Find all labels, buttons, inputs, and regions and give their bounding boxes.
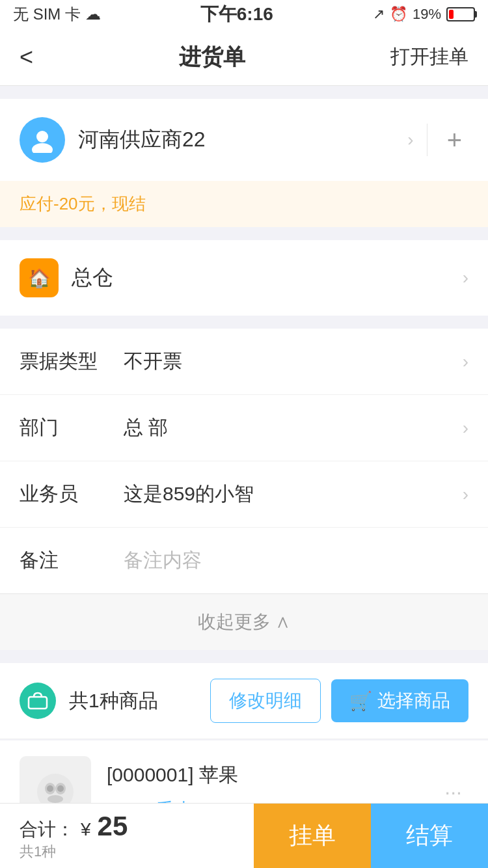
svg-point-1 — [32, 143, 53, 153]
invoice-type-row[interactable]: 票据类型 不开票 › — [0, 329, 488, 395]
supplier-section: 河南供应商22 › + 应付-20元，现结 — [0, 99, 488, 227]
department-value: 总 部 — [124, 414, 456, 441]
notice-bar: 应付-20元，现结 — [0, 181, 488, 227]
location-icon: ↗ — [373, 6, 385, 23]
svg-point-7 — [57, 785, 64, 792]
product-name: [0000001] 苹果 — [107, 762, 438, 789]
status-time: 下午6:16 — [200, 2, 273, 27]
select-product-icon: 🛒 — [349, 690, 372, 712]
product-header: 共1种商品 修改明细 🛒 选择商品 — [0, 663, 488, 739]
warehouse-chevron-icon: › — [463, 267, 468, 288]
battery-percent: 19% — [413, 6, 441, 23]
total-text: 合计： — [20, 817, 74, 842]
salesperson-row[interactable]: 业务员 这是859的小智 › — [0, 461, 488, 528]
salesperson-value: 这是859的小智 — [124, 481, 456, 508]
warehouse-section[interactable]: 🏠 总仓 › — [0, 240, 488, 316]
supplier-avatar — [20, 117, 65, 163]
supplier-chevron-icon: › — [407, 129, 413, 150]
nav-bar: < 进货单 打开挂单 — [0, 29, 488, 86]
department-label: 部门 — [20, 414, 111, 441]
total-symbol: ¥ — [81, 819, 91, 840]
battery-icon — [446, 7, 475, 21]
department-row[interactable]: 部门 总 部 › — [0, 395, 488, 461]
form-section: 票据类型 不开票 › 部门 总 部 › 业务员 这是859的小智 › 备注 备注… — [0, 329, 488, 593]
select-product-button[interactable]: 🛒 选择商品 — [331, 679, 468, 722]
svg-rect-2 — [29, 697, 47, 709]
remark-value[interactable]: 备注内容 — [124, 547, 468, 574]
hang-button[interactable]: 挂单 — [254, 804, 371, 869]
remark-label: 备注 — [20, 547, 111, 574]
invoice-type-label: 票据类型 — [20, 348, 111, 375]
warehouse-row[interactable]: 🏠 总仓 › — [0, 240, 488, 316]
alarm-icon: ⏰ — [390, 6, 407, 23]
warehouse-icon: 🏠 — [20, 258, 59, 297]
status-right: ↗ ⏰ 19% — [373, 6, 475, 23]
sim-status: 无 SIM 卡 ☁ — [13, 4, 101, 25]
warehouse-name: 总仓 — [72, 264, 463, 292]
edit-detail-button[interactable]: 修改明细 — [210, 679, 321, 723]
status-left: 无 SIM 卡 ☁ — [13, 4, 101, 25]
supplier-name: 河南供应商22 — [78, 126, 401, 154]
select-product-label: 选择商品 — [377, 688, 450, 713]
back-button[interactable]: < — [20, 44, 33, 71]
supplier-divider — [427, 124, 427, 156]
svg-point-6 — [47, 785, 53, 792]
salesperson-chevron-icon: › — [463, 484, 468, 505]
total-section: 合计： ¥ 25 共1种 — [0, 811, 254, 861]
department-chevron-icon: › — [463, 418, 468, 439]
page-title: 进货单 — [179, 42, 245, 72]
add-supplier-button[interactable]: + — [441, 126, 468, 155]
svg-point-0 — [36, 131, 48, 142]
svg-point-8 — [47, 795, 63, 803]
remark-row[interactable]: 备注 备注内容 — [0, 528, 488, 593]
salesperson-label: 业务员 — [20, 481, 111, 508]
invoice-type-chevron-icon: › — [463, 351, 468, 372]
bottom-bar: 合计： ¥ 25 共1种 挂单 结算 — [0, 803, 488, 868]
invoice-type-value: 不开票 — [124, 348, 456, 375]
product-count-text: 共1种商品 — [69, 688, 210, 714]
checkout-button[interactable]: 结算 — [371, 804, 488, 869]
total-amount: 25 — [98, 811, 128, 842]
status-bar: 无 SIM 卡 ☁ 下午6:16 ↗ ⏰ 19% — [0, 0, 488, 29]
collapse-bar[interactable]: 收起更多 ∧ — [0, 593, 488, 650]
open-hang-button[interactable]: 打开挂单 — [390, 44, 468, 70]
total-label: 合计： ¥ 25 — [20, 811, 234, 842]
supplier-row[interactable]: 河南供应商22 › + — [0, 99, 488, 181]
product-count-icon — [20, 683, 56, 719]
total-sub-label: 共1种 — [20, 842, 234, 861]
